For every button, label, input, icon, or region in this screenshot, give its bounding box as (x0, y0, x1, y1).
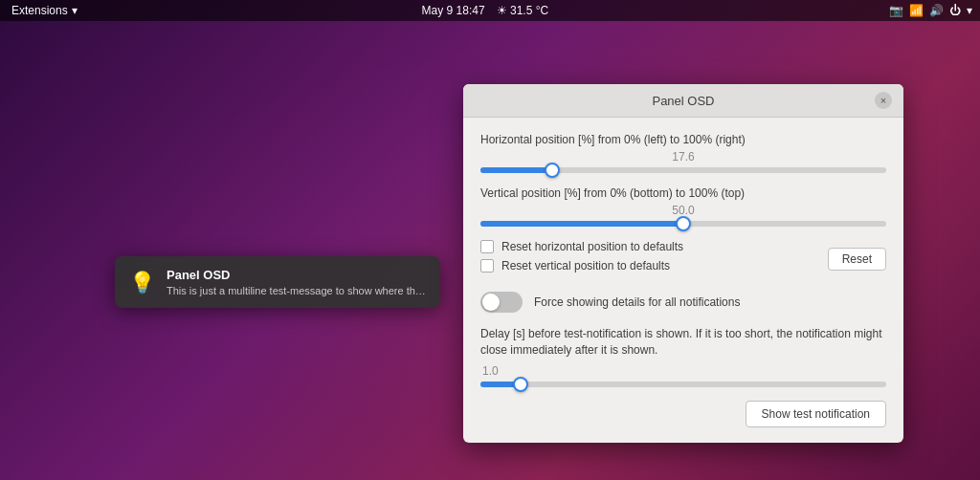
horizontal-slider-fill (480, 167, 552, 173)
horizontal-position-section: Horizontal position [%] from 0% (left) t… (480, 133, 886, 173)
force-label: Force showing details for all notificati… (534, 295, 740, 309)
extensions-label: Extensions (11, 4, 68, 17)
vertical-position-section: Vertical position [%] from 0% (bottom) t… (480, 186, 886, 227)
extensions-menu-button[interactable]: Extensions ▾ (8, 2, 81, 19)
vertical-slider-thumb[interactable] (676, 216, 691, 231)
vertical-position-label: Vertical position [%] from 0% (bottom) t… (480, 186, 886, 200)
topbar-center: May 9 18:47 ☀ 31.5 °C (422, 4, 549, 17)
volume-icon: 🔊 (929, 4, 944, 17)
reset-vertical-label: Reset vertical position to defaults (501, 259, 670, 273)
screenshot-icon: 📷 (889, 4, 903, 17)
reset-vertical-row: Reset vertical position to defaults (480, 259, 818, 273)
notification-icon: 💡 (128, 270, 155, 296)
topbar-right: 📷 📶 🔊 ⏻ ▾ (889, 4, 972, 17)
force-toggle[interactable] (480, 292, 523, 313)
vertical-slider-fill (480, 221, 683, 227)
delay-section: Delay [s] before test-notification is sh… (480, 326, 886, 387)
notification-content: Panel OSD This is just a multiline test-… (167, 268, 427, 296)
horizontal-slider-track (480, 167, 886, 173)
panel-osd-dialog: Panel OSD × Horizontal position [%] from… (463, 84, 903, 443)
bulb-icon: 💡 (129, 271, 155, 295)
dialog-title: Panel OSD (492, 94, 875, 108)
reset-horizontal-checkbox[interactable] (480, 240, 494, 253)
delay-text: Delay [s] before test-notification is sh… (480, 326, 886, 359)
topbar-chevron-icon: ▾ (967, 4, 972, 17)
delay-slider-track (480, 382, 886, 387)
delay-slider-thumb[interactable] (513, 377, 528, 392)
topbar-left: Extensions ▾ (8, 2, 81, 19)
vertical-value: 50.0 (480, 204, 886, 217)
delay-value: 1.0 (482, 364, 886, 378)
horizontal-position-label: Horizontal position [%] from 0% (left) t… (480, 133, 886, 146)
weather-label: ☀ 31.5 °C (497, 4, 549, 17)
topbar: Extensions ▾ May 9 18:47 ☀ 31.5 °C 📷 📶 🔊… (0, 0, 980, 21)
notification-title: Panel OSD (167, 268, 427, 282)
dialog-body: Horizontal position [%] from 0% (left) t… (463, 118, 903, 443)
show-test-notification-button[interactable]: Show test notification (746, 401, 886, 427)
vertical-slider-wrapper[interactable] (480, 221, 886, 227)
datetime-label: May 9 18:47 (422, 4, 485, 17)
extensions-chevron-icon: ▾ (72, 4, 78, 17)
reset-vertical-checkbox[interactable] (480, 259, 494, 273)
reset-section: Reset horizontal position to defaults Re… (480, 240, 886, 278)
notification-popup: 💡 Panel OSD This is just a multiline tes… (115, 256, 440, 308)
delay-slider-wrapper[interactable] (480, 382, 886, 387)
dialog-close-button[interactable]: × (875, 92, 892, 109)
wifi-icon: 📶 (909, 4, 924, 17)
vertical-slider-track (480, 221, 886, 227)
horizontal-value: 17.6 (480, 150, 886, 164)
reset-labels: Reset horizontal position to defaults Re… (480, 240, 818, 278)
force-toggle-row: Force showing details for all notificati… (480, 292, 886, 313)
horizontal-slider-wrapper[interactable] (480, 167, 886, 173)
dialog-titlebar: Panel OSD × (463, 84, 903, 118)
toggle-knob (482, 294, 500, 311)
reset-horizontal-row: Reset horizontal position to defaults (480, 240, 818, 253)
power-icon: ⏻ (949, 4, 961, 17)
horizontal-slider-thumb[interactable] (545, 163, 560, 178)
reset-horizontal-label: Reset horizontal position to defaults (501, 240, 683, 253)
reset-button[interactable]: Reset (828, 248, 886, 271)
notification-body: This is just a multiline test-message to… (167, 285, 427, 296)
